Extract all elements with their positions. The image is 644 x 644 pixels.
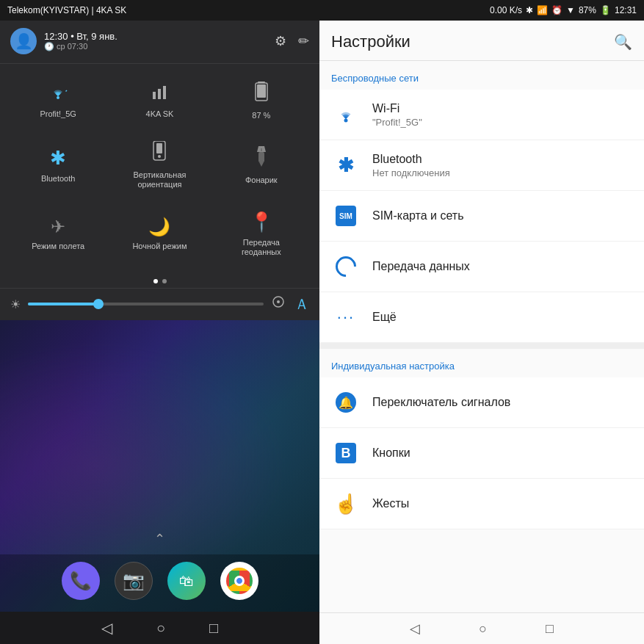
quick-tile-nightmode[interactable]: 🌙 Ночной режим xyxy=(109,200,210,267)
personal-section-header: Индивидуальная настройка xyxy=(319,349,644,377)
recents-button[interactable]: □ xyxy=(209,620,218,637)
bluetooth-tile-label: Bluetooth xyxy=(41,174,75,184)
airplane-tile-label: Режим полета xyxy=(32,242,84,251)
settings-item-buttons[interactable]: B Кнопки xyxy=(319,428,644,479)
orientation-tile-icon xyxy=(151,141,167,166)
quick-tile-battery[interactable]: 87 % xyxy=(211,71,312,131)
dock: 📞 📷 🛍 xyxy=(0,554,319,612)
back-button[interactable]: ◁ xyxy=(101,619,112,637)
buttons-settings-icon: B xyxy=(331,438,361,468)
settings-item-bluetooth[interactable]: ✱ Bluetooth Нет подключения xyxy=(319,140,644,191)
svg-rect-1 xyxy=(153,92,156,99)
dock-viber[interactable]: 📞 xyxy=(62,562,100,600)
right-recents-button[interactable]: □ xyxy=(546,621,554,637)
battery-tile-icon xyxy=(255,82,268,106)
speed-text: 0.00 K/s xyxy=(490,5,522,15)
right-home-button[interactable]: ○ xyxy=(479,621,487,637)
settings-header: Настройки 🔍 xyxy=(319,21,644,61)
notification-area: 👤 12:30 • Вт, 9 янв. 🕐 ср 07:30 ⚙ ✏ xyxy=(0,21,319,63)
viber-icon: 📞 xyxy=(70,571,92,591)
wifi-tile-icon xyxy=(48,83,68,105)
signals-settings-text: Переключатель сигналов xyxy=(372,396,632,409)
brightness-fill xyxy=(28,303,98,305)
settings-item-sim[interactable]: SIM SIM-карта и сеть xyxy=(319,191,644,242)
search-icon-button[interactable]: 🔍 xyxy=(614,33,632,51)
orientation-tile-label: Вертикальная ориентация xyxy=(134,170,187,189)
brightness-slider[interactable] xyxy=(28,303,264,305)
bluetooth-status-icon: ✱ xyxy=(526,5,533,15)
svg-point-0 xyxy=(57,96,59,99)
quick-tile-wifi[interactable]: Profit!_5G xyxy=(7,71,109,131)
gestures-settings-icon: ☝ xyxy=(331,489,361,518)
svg-rect-3 xyxy=(163,86,166,99)
settings-icon[interactable]: ⚙ xyxy=(275,33,286,49)
settings-title: Настройки xyxy=(331,32,410,51)
quick-tile-airplane[interactable]: ✈ Режим полета xyxy=(7,200,109,267)
battery-text: 87% xyxy=(579,5,596,15)
quick-tile-signal[interactable]: 4KA SK xyxy=(109,71,210,131)
status-bar: Telekom(KYIVSTAR) | 4KA SK 0.00 K/s ✱ 📶 … xyxy=(0,0,644,21)
sim-settings-text: SIM-карта и сеть xyxy=(372,209,632,222)
bluetooth-tile-icon: ✱ xyxy=(50,147,66,170)
more-settings-icon: ··· xyxy=(331,303,361,332)
gestures-settings-title: Жесты xyxy=(372,497,632,510)
signals-settings-title: Переключатель сигналов xyxy=(372,396,632,409)
market-icon: 🛍 xyxy=(179,573,194,590)
dock-market[interactable]: 🛍 xyxy=(167,562,206,600)
svg-rect-11 xyxy=(258,152,264,162)
dock-chrome[interactable] xyxy=(220,562,258,600)
nav-bar-left: ◁ ○ □ xyxy=(0,612,319,644)
data-settings-title: Передача данных xyxy=(372,260,632,273)
svg-marker-12 xyxy=(259,162,264,167)
time-text: 12:31 xyxy=(615,5,637,15)
notification-sub: 🕐 ср 07:30 xyxy=(44,42,117,51)
quick-tile-geo[interactable]: 📍 Передача геоданных xyxy=(211,200,312,267)
quick-tile-bluetooth[interactable]: ✱ Bluetooth xyxy=(7,131,109,200)
brightness-row: ☀ Ａ xyxy=(0,288,319,320)
svg-rect-8 xyxy=(156,143,162,153)
alarm-icon: ⏰ xyxy=(551,5,562,15)
quick-settings-grid: Profit!_5G 4KA SK xyxy=(0,63,319,275)
settings-item-gestures[interactable]: ☝ Жесты xyxy=(319,479,644,529)
settings-item-wifi[interactable]: Wi-Fi "Profit!_5G" xyxy=(319,90,644,140)
settings-item-data[interactable]: Передача данных xyxy=(319,242,644,292)
up-arrow: ⌃ xyxy=(0,531,319,547)
dot-1 xyxy=(153,279,158,283)
battery-tile-label: 87 % xyxy=(252,111,270,120)
sim-settings-title: SIM-карта и сеть xyxy=(372,209,632,222)
wifi-settings-sub: "Profit!_5G" xyxy=(372,117,632,128)
wireless-section-header: Беспроводные сети xyxy=(319,61,644,90)
quick-tile-orientation[interactable]: Вертикальная ориентация xyxy=(109,131,210,200)
nightmode-tile-label: Ночной режим xyxy=(132,242,187,251)
bluetooth-settings-icon: ✱ xyxy=(331,151,361,180)
buttons-settings-text: Кнопки xyxy=(372,446,632,460)
svg-point-15 xyxy=(277,300,280,303)
home-button[interactable]: ○ xyxy=(156,620,165,637)
carrier-text: Telekom(KYIVSTAR) | 4KA SK xyxy=(7,5,126,15)
section-divider xyxy=(319,343,644,349)
svg-rect-2 xyxy=(158,89,161,99)
notification-title: 12:30 • Вт, 9 янв. xyxy=(44,31,117,42)
flashlight-tile-icon xyxy=(254,146,269,171)
right-back-button[interactable]: ◁ xyxy=(410,621,420,637)
bluetooth-settings-text: Bluetooth Нет подключения xyxy=(372,153,632,178)
chrome-icon xyxy=(226,568,253,594)
settings-item-signals[interactable]: 🔔 Переключатель сигналов xyxy=(319,377,644,428)
geo-tile-icon: 📍 xyxy=(250,211,273,234)
settings-item-more[interactable]: ··· Ещё xyxy=(319,292,644,343)
sim-settings-icon: SIM xyxy=(331,201,361,231)
more-settings-title: Ещё xyxy=(372,311,632,324)
edit-icon[interactable]: ✏ xyxy=(298,33,309,49)
wifi-settings-text: Wi-Fi "Profit!_5G" xyxy=(372,102,632,128)
dot-2 xyxy=(162,279,167,283)
auto-brightness-icon[interactable]: Ａ xyxy=(294,294,309,314)
nfc-icon: 📶 xyxy=(537,5,548,15)
signal-icon: ▼ xyxy=(566,5,575,15)
nightmode-tile-icon: 🌙 xyxy=(148,217,170,237)
quick-tile-flashlight[interactable]: Фонарик xyxy=(211,131,312,200)
status-bar-left: Telekom(KYIVSTAR) | 4KA SK xyxy=(7,5,126,15)
wifi-settings-title: Wi-Fi xyxy=(372,102,632,115)
notification-icons: ⚙ ✏ xyxy=(275,33,309,49)
buttons-settings-title: Кнопки xyxy=(372,446,632,460)
dock-camera[interactable]: 📷 xyxy=(115,562,153,600)
